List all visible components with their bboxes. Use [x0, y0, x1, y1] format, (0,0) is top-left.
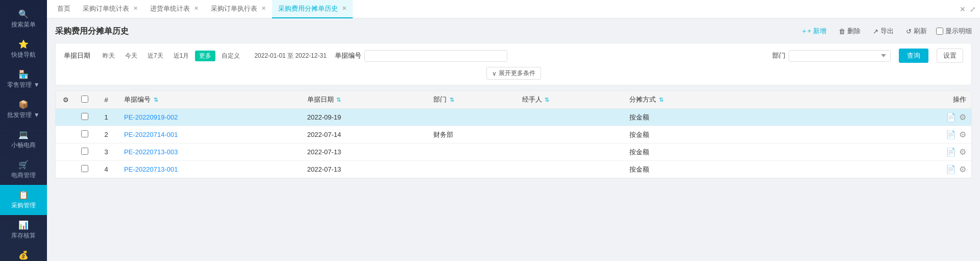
row-split-method-2: 按金额	[624, 144, 930, 161]
row-num-1: 2	[93, 126, 119, 144]
sidebar-label-purchase: 采购管理	[11, 201, 36, 210]
close-tab-import-stat[interactable]: ✕	[194, 5, 199, 12]
row-date-2: 2022-07-13	[302, 144, 429, 161]
row-more-btn-0[interactable]: ⚙	[959, 112, 966, 122]
row-split-method-1: 按金额	[624, 126, 930, 144]
row-dept-2	[428, 144, 517, 161]
sidebar-icon-purchase: 📋	[18, 190, 29, 200]
close-tab-purchase-cost[interactable]: ✕	[342, 5, 347, 12]
close-all-icon[interactable]: ✕	[960, 5, 966, 13]
sidebar-item-search[interactable]: 🔍 搜索菜单	[0, 4, 47, 34]
filter-settings-button[interactable]: 设置	[937, 49, 963, 63]
date-range: 2022-01-01 至 2022-12-31	[254, 52, 326, 60]
export-button[interactable]: ↗ 导出	[870, 25, 897, 38]
tab-home[interactable]: 首页	[51, 0, 77, 18]
order-num-filter: 单据编号	[335, 50, 764, 62]
data-table: ⚙ # 单据编号 ⇅ 单据日期 ⇅	[55, 90, 972, 179]
row-checkbox-1[interactable]	[81, 130, 88, 137]
sidebar-item-retail[interactable]: 🏪 零售管理 ▼	[0, 64, 47, 94]
sidebar-item-purchase[interactable]: 📋 采购管理	[0, 185, 47, 215]
expand-icon: ∨	[492, 70, 497, 77]
filter-row-1: 单据日期 昨天 今天 近7天 近1月 更多 自定义 2022-01-01 至 2…	[64, 49, 963, 63]
sidebar-item-ecommerce[interactable]: 🛒 电商管理	[0, 155, 47, 185]
close-tab-purchase-order-stat[interactable]: ✕	[133, 5, 138, 12]
date-opt-more[interactable]: 更多	[195, 51, 215, 61]
refresh-button[interactable]: ↺ 刷新	[903, 25, 930, 38]
row-order-no-3[interactable]: PE-20220713-001	[119, 161, 302, 178]
row-date-0: 2022-09-19	[302, 109, 429, 126]
sidebar-item-wholesale[interactable]: 📦 批发管理 ▼	[0, 94, 47, 125]
date-opt-custom[interactable]: 自定义	[217, 51, 244, 61]
search-button[interactable]: 查询	[899, 49, 928, 63]
date-opt-1month[interactable]: 近1月	[169, 51, 193, 61]
tab-purchase-cost[interactable]: 采购费用分摊单历史 ✕	[272, 0, 353, 18]
row-view-btn-3[interactable]: 📄	[946, 164, 956, 174]
table-row: 3 PE-20220713-003 2022-07-13 按金额 📄 ⚙	[56, 144, 971, 161]
sidebar-label-wholesale: 批发管理 ▼	[7, 111, 39, 120]
sidebar-item-finance[interactable]: 💰 资金管理	[0, 245, 47, 261]
add-button[interactable]: ＋ + 新增	[798, 25, 829, 38]
row-checkbox-3[interactable]	[81, 165, 88, 172]
tab-import-stat[interactable]: 进货单统计表 ✕	[144, 0, 205, 18]
row-view-btn-0[interactable]: 📄	[946, 112, 956, 122]
col-split-method[interactable]: 分摊方式 ⇅	[624, 91, 930, 109]
row-dept-0	[428, 109, 517, 126]
row-handler-3	[517, 161, 624, 178]
row-view-btn-2[interactable]: 📄	[946, 147, 956, 157]
col-dept[interactable]: 部门 ⇅	[428, 91, 517, 109]
expand-button[interactable]: ∨ 展开更多条件	[486, 67, 541, 80]
page-title: 采购费用分摊单历史	[55, 26, 129, 37]
expand-row: ∨ 展开更多条件	[64, 67, 963, 80]
row-num-0: 1	[93, 109, 119, 126]
row-actions-0: 📄 ⚙	[930, 109, 971, 126]
show-columns-check[interactable]	[936, 28, 943, 35]
sidebar-label-retail: 零售管理 ▼	[7, 81, 39, 89]
close-tab-purchase-order-exec[interactable]: ✕	[261, 5, 266, 12]
row-order-no-0[interactable]: PE-20220919-002	[119, 109, 302, 126]
col-handler[interactable]: 经手人 ⇅	[517, 91, 624, 109]
toolbar: ＋ + 新增 🗑 删除 ↗ 导出 ↺ 刷新 显示明细	[798, 25, 972, 38]
date-opt-7days[interactable]: 近7天	[143, 51, 167, 61]
row-actions-2: 📄 ⚙	[930, 144, 971, 161]
table-row: 4 PE-20220713-001 2022-07-13 按金额 📄 ⚙	[56, 161, 971, 178]
row-num-3: 4	[93, 161, 119, 178]
sidebar-icon-retail: 🏪	[18, 69, 29, 79]
row-split-method-3: 按金额	[624, 161, 930, 178]
row-order-no-2[interactable]: PE-20220713-003	[119, 144, 302, 161]
tab-purchase-order-exec[interactable]: 采购订单执行表 ✕	[205, 0, 272, 18]
tab-purchase-order-stat[interactable]: 采购订单统计表 ✕	[77, 0, 144, 18]
col-check	[76, 91, 93, 109]
col-date[interactable]: 单据日期 ⇅	[302, 91, 429, 109]
sidebar-item-inventory[interactable]: 📊 库存核算	[0, 215, 47, 245]
row-view-btn-1[interactable]: 📄	[946, 130, 956, 139]
sidebar-item-mini[interactable]: 💻 小畅电商	[0, 125, 47, 155]
sort-dept-icon: ⇅	[450, 97, 454, 103]
row-order-no-1[interactable]: PE-20220714-001	[119, 126, 302, 144]
select-all-checkbox[interactable]	[81, 96, 88, 103]
row-more-btn-2[interactable]: ⚙	[959, 147, 966, 157]
date-opt-today[interactable]: 今天	[121, 51, 141, 61]
row-more-btn-3[interactable]: ⚙	[959, 164, 966, 174]
row-handler-1	[517, 126, 624, 144]
order-num-input[interactable]	[364, 50, 507, 62]
dept-select[interactable]	[789, 50, 891, 62]
sidebar-icon-finance: 💰	[18, 250, 29, 260]
show-columns-checkbox: 显示明细	[936, 27, 972, 36]
col-order-no[interactable]: 单据编号 ⇅	[119, 91, 302, 109]
main-content: 首页 采购订单统计表 ✕ 进货单统计表 ✕ 采购订单执行表 ✕ 采购费用分摊单历…	[47, 0, 980, 261]
sidebar-icon-inventory: 📊	[18, 220, 29, 230]
row-settings-0	[56, 109, 76, 126]
maximize-icon[interactable]: ⤢	[970, 5, 976, 13]
row-handler-2	[517, 144, 624, 161]
row-settings-1	[56, 126, 76, 144]
date-opt-yesterday[interactable]: 昨天	[99, 51, 119, 61]
sidebar-label-ecommerce: 电商管理	[11, 171, 36, 180]
tab-controls: ✕ ⤢	[960, 5, 976, 13]
delete-button[interactable]: 🗑 删除	[836, 25, 864, 38]
col-settings[interactable]: ⚙	[56, 91, 76, 109]
row-more-btn-1[interactable]: ⚙	[959, 130, 966, 139]
row-checkbox-2[interactable]	[81, 148, 88, 155]
sidebar-item-quick[interactable]: ⭐ 快捷导航	[0, 34, 47, 64]
row-checkbox-0[interactable]	[81, 113, 88, 120]
sidebar-icon-ecommerce: 🛒	[18, 160, 29, 170]
